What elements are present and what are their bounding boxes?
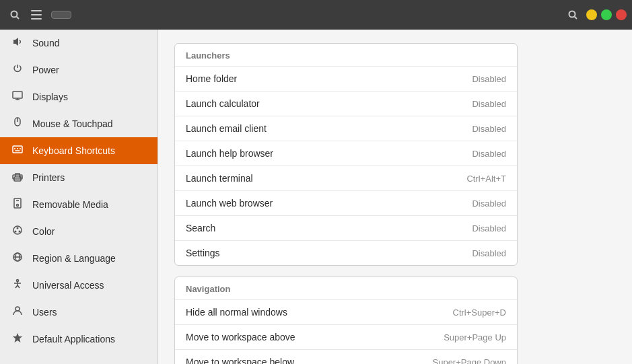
sidebar-item-removable-media[interactable]: Removable Media (0, 191, 157, 218)
shortcut-label: Launch web browser (186, 198, 472, 209)
printers-icon (11, 171, 24, 184)
sidebar-item-sound[interactable]: Sound (0, 30, 157, 57)
sidebar-item-default-applications[interactable]: Default Applications (0, 326, 157, 353)
svg-point-0 (11, 11, 17, 17)
removable-media-icon (11, 198, 24, 211)
svg-line-34 (17, 285, 20, 288)
color-icon (11, 225, 24, 238)
svg-point-24 (17, 227, 19, 229)
svg-line-6 (575, 17, 577, 20)
search-button[interactable] (563, 5, 582, 24)
shortcut-value: Disabled (472, 99, 506, 109)
sidebar-item-label-sound: Sound (32, 38, 59, 48)
svg-point-5 (569, 11, 575, 17)
table-row[interactable]: Move to workspace aboveSuper+Page Up (175, 324, 517, 349)
default-applications-icon (11, 332, 24, 346)
table-row[interactable]: Move to workspace belowSuper+Page Down (175, 349, 517, 364)
sidebar-item-mouse-touchpad[interactable]: Mouse & Touchpad (0, 110, 157, 137)
svg-point-22 (17, 205, 19, 207)
svg-point-30 (17, 280, 19, 282)
shortcut-label: Launch email client (186, 123, 472, 134)
svg-point-25 (19, 231, 21, 233)
shortcut-value: Super+Page Down (433, 357, 507, 365)
svg-line-1 (17, 17, 20, 20)
table-row[interactable]: Launch calculatorDisabled (175, 91, 517, 116)
sidebar-item-label-color: Color (32, 226, 55, 237)
sidebar-item-label-power: Power (32, 65, 59, 75)
shortcut-value: Disabled (472, 223, 506, 233)
table-row[interactable]: Launch help browserDisabled (175, 141, 517, 166)
sidebar-item-label-default-applications: Default Applications (32, 334, 115, 344)
table-row[interactable]: Launch terminalCtrl+Alt+T (175, 166, 517, 190)
table-row[interactable]: SettingsDisabled (175, 240, 517, 265)
sidebar-item-label-mouse-touchpad: Mouse & Touchpad (32, 118, 113, 129)
shortcut-label: Home folder (186, 73, 472, 84)
svg-rect-7 (13, 92, 22, 98)
shortcut-label: Move to workspace above (186, 332, 444, 342)
sidebar-item-users[interactable]: Users (0, 299, 157, 326)
close-button[interactable] (616, 9, 627, 20)
section-navigation: NavigationHide all normal windowsCtrl+Su… (174, 277, 518, 364)
sidebar-item-label-users: Users (32, 307, 57, 318)
svg-marker-36 (13, 333, 22, 342)
titlebar-menu-button[interactable] (27, 6, 46, 24)
sidebar-item-label-displays: Displays (32, 92, 68, 102)
shortcut-label: Launch calculator (186, 98, 472, 109)
maximize-button[interactable] (601, 9, 612, 20)
universal-access-icon (11, 279, 24, 292)
shortcut-label: Launch help browser (186, 148, 472, 159)
section-launchers: LaunchersHome folderDisabledLaunch calcu… (174, 43, 518, 266)
shortcut-value: Ctrl+Alt+T (466, 174, 506, 184)
svg-rect-2 (31, 10, 42, 11)
region-language-icon (11, 252, 24, 265)
shortcut-value: Disabled (472, 198, 506, 209)
sidebar-item-label-universal-access: Universal Access (32, 280, 104, 291)
keyboard-shortcuts-icon (11, 144, 24, 157)
svg-point-19 (20, 176, 21, 178)
shortcut-label: Search (186, 223, 472, 233)
sidebar-item-label-removable-media: Removable Media (32, 199, 108, 210)
main-window: SoundPowerDisplaysMouse & TouchpadKeyboa… (0, 0, 632, 364)
table-row[interactable]: SearchDisabled (175, 215, 517, 240)
sidebar-item-universal-access[interactable]: Universal Access (0, 272, 157, 299)
sidebar-item-displays[interactable]: Displays (0, 83, 157, 110)
displays-icon (11, 90, 24, 104)
shortcut-value: Super+Page Up (444, 332, 506, 342)
window-controls (563, 5, 627, 24)
svg-point-35 (15, 307, 20, 311)
sidebar-item-region-language[interactable]: Region & Language (0, 245, 157, 272)
shortcut-label: Settings (186, 248, 472, 258)
minimize-button[interactable] (586, 9, 597, 20)
sidebar-item-power[interactable]: Power (0, 57, 157, 83)
mouse-touchpad-icon (11, 117, 24, 131)
sidebar-item-label-region-language: Region & Language (32, 253, 116, 264)
sidebar: SoundPowerDisplaysMouse & TouchpadKeyboa… (0, 30, 158, 364)
titlebar-search-button[interactable] (5, 5, 24, 24)
section-header-launchers: Launchers (175, 44, 517, 66)
table-row[interactable]: Home folderDisabled (175, 66, 517, 91)
shortcut-label: Hide all normal windows (186, 307, 453, 318)
table-row[interactable]: Launch email clientDisabled (175, 116, 517, 141)
svg-point-26 (15, 231, 17, 233)
sidebar-item-printers[interactable]: Printers (0, 164, 157, 191)
svg-rect-3 (31, 14, 42, 15)
sidebar-item-label-printers: Printers (32, 172, 65, 183)
power-icon (11, 63, 24, 77)
reset-all-button[interactable] (51, 11, 71, 19)
shortcut-value: Disabled (472, 149, 506, 159)
shortcut-value: Disabled (472, 124, 506, 134)
content-area: LaunchersHome folderDisabledLaunch calcu… (158, 30, 632, 364)
sidebar-item-keyboard-shortcuts[interactable]: Keyboard Shortcuts (0, 137, 157, 164)
titlebar (0, 0, 632, 30)
sidebar-item-label-keyboard-shortcuts: Keyboard Shortcuts (32, 145, 115, 156)
table-row[interactable]: Hide all normal windowsCtrl+Super+D (175, 299, 517, 324)
table-row[interactable]: Launch web browserDisabled (175, 190, 517, 215)
sound-icon (11, 36, 24, 50)
shortcut-value: Disabled (472, 74, 506, 84)
shortcut-value: Disabled (472, 248, 506, 258)
section-header-navigation: Navigation (175, 277, 517, 299)
svg-rect-4 (31, 18, 42, 20)
shortcut-label: Launch terminal (186, 173, 466, 184)
shortcut-value: Ctrl+Super+D (453, 307, 506, 318)
sidebar-item-color[interactable]: Color (0, 218, 157, 245)
